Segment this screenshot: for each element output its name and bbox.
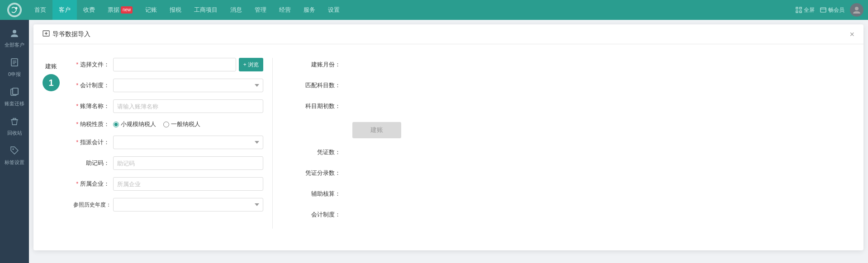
voucher-count-value	[344, 146, 454, 159]
voucher-entries-label: 凭证分录数：	[300, 169, 341, 177]
user-avatar[interactable]	[850, 3, 863, 17]
browse-button[interactable]: + 浏览	[239, 58, 263, 71]
nav-home[interactable]: 首页	[28, 0, 52, 20]
form-body: 建账 1 选择文件： + 浏览 会计制度：	[33, 44, 863, 238]
build-btn-row: 建账	[300, 122, 454, 138]
accounting-system-row: 会计制度：	[73, 79, 263, 92]
company-row: 所属企业：	[73, 177, 263, 191]
general-taxpayer-radio[interactable]	[163, 122, 169, 127]
voucher-entries-row: 凭证分录数：	[300, 166, 454, 180]
svg-point-8	[855, 7, 859, 10]
tax-type-radio-group: 小规模纳税人 一般纳税人	[113, 120, 263, 128]
voucher-entries-value	[344, 166, 454, 180]
sidebar-item-account-migrate[interactable]: 账套迁移	[0, 82, 29, 112]
nav-management[interactable]: 管理	[248, 0, 273, 20]
nav-menu: 首页 客户 收费 票据 new 记账 报税 工商项目 消息 管理 经营 服务 设…	[28, 0, 796, 20]
nav-customer[interactable]: 客户	[52, 0, 77, 20]
aux-accounting-value	[344, 187, 454, 201]
form-left: 选择文件： + 浏览 会计制度：	[73, 58, 263, 229]
recycle-icon	[9, 116, 19, 128]
accounting-system-label: 会计制度：	[73, 81, 109, 89]
content-area: 导爷数据导入 × 建账 1 选择文件： + 浏览	[29, 20, 868, 263]
logo-icon	[7, 3, 22, 17]
step-circle: 1	[43, 74, 60, 91]
match-count-row: 匹配科目数：	[300, 79, 454, 92]
history-year-select[interactable]	[113, 198, 263, 211]
svg-point-0	[9, 4, 20, 16]
form-divider	[272, 58, 273, 229]
svg-rect-15	[13, 88, 18, 94]
nav-message[interactable]: 消息	[224, 0, 248, 20]
dialog-title-text: 导爷数据导入	[52, 30, 90, 38]
app-logo[interactable]	[5, 0, 24, 20]
sidebar-label-declare: 0申报	[8, 71, 21, 78]
accounting-system-select[interactable]	[113, 79, 263, 92]
file-label: 选择文件：	[73, 61, 109, 69]
sidebar-item-tag-settings[interactable]: 标签设置	[0, 141, 29, 170]
migrate-icon	[9, 87, 19, 99]
history-year-row: 参照历史年度：	[73, 198, 263, 211]
tag-icon	[9, 146, 19, 158]
nav-billing[interactable]: 收费	[77, 0, 101, 20]
fullscreen-button[interactable]: 全屏	[796, 6, 815, 14]
file-input[interactable]	[113, 58, 236, 71]
sidebar-label-account-migrate: 账套迁移	[5, 100, 24, 107]
ledger-name-input[interactable]	[113, 99, 263, 113]
accounting-sys-right-row: 会计制度：	[300, 208, 454, 221]
step-label: 建账	[45, 62, 57, 70]
accountant-select[interactable]	[113, 136, 263, 149]
build-month-row: 建账月份：	[300, 58, 454, 71]
fullscreen-icon	[796, 7, 802, 13]
build-month-label: 建账月份：	[300, 61, 341, 69]
accounting-sys-right-label: 会计制度：	[300, 211, 341, 219]
dialog-title: 导爷数据导入	[43, 30, 90, 38]
sidebar: 全部客户 0申报 账套迁移	[0, 20, 29, 263]
file-row: 选择文件： + 浏览	[73, 58, 263, 71]
member-button[interactable]: 畅会员	[820, 6, 844, 14]
initial-amount-row: 科目期初数：	[300, 99, 454, 113]
nav-settings[interactable]: 设置	[322, 0, 346, 20]
import-icon	[43, 30, 50, 38]
import-dialog: 导爷数据导入 × 建账 1 选择文件： + 浏览	[33, 24, 863, 250]
initial-amount-label: 科目期初数：	[300, 102, 341, 110]
accountant-label: 指派会计：	[73, 138, 109, 146]
small-taxpayer-radio[interactable]	[113, 122, 119, 127]
nav-right-area: 全屏 畅会员	[796, 3, 863, 17]
initial-amount-value	[344, 99, 454, 113]
nav-account[interactable]: 记账	[139, 0, 163, 20]
close-button[interactable]: ×	[849, 30, 854, 38]
ledger-name-label: 账簿名称：	[73, 102, 109, 110]
nav-business[interactable]: 工商项目	[188, 0, 224, 20]
build-account-button[interactable]: 建账	[352, 122, 401, 138]
aux-accounting-label: 辅助核算：	[300, 190, 341, 198]
small-taxpayer-radio-label[interactable]: 小规模纳税人	[113, 120, 156, 128]
svg-rect-2	[796, 7, 798, 9]
general-taxpayer-radio-label[interactable]: 一般纳税人	[163, 120, 200, 128]
voucher-count-label: 凭证数：	[300, 148, 341, 156]
dialog-header: 导爷数据导入 ×	[33, 24, 863, 44]
nav-operation[interactable]: 经营	[273, 0, 297, 20]
svg-rect-4	[796, 11, 798, 13]
sidebar-label-tag-settings: 标签设置	[5, 159, 24, 166]
file-input-group: + 浏览	[113, 58, 263, 71]
company-label: 所属企业：	[73, 180, 109, 188]
history-year-label: 参照历史年度：	[73, 201, 109, 209]
svg-rect-3	[800, 7, 802, 9]
nav-tax[interactable]: 报税	[163, 0, 188, 20]
memo-input[interactable]	[113, 156, 263, 170]
memo-row: 助记码：	[73, 156, 263, 170]
sidebar-item-all-customers[interactable]: 全部客户	[0, 23, 29, 53]
svg-point-18	[13, 149, 14, 150]
sidebar-item-recycle[interactable]: 回收站	[0, 112, 29, 141]
nav-invoice[interactable]: 票据 new	[101, 0, 139, 20]
sidebar-item-declare[interactable]: 0申报	[0, 53, 29, 82]
svg-rect-5	[800, 11, 802, 13]
step-section: 建账 1	[43, 58, 60, 229]
general-taxpayer-label: 一般纳税人	[171, 120, 200, 128]
memo-label: 助记码：	[73, 159, 109, 167]
user-icon	[9, 28, 19, 40]
nav-service[interactable]: 服务	[297, 0, 322, 20]
company-input[interactable]	[113, 177, 263, 191]
build-month-value	[344, 58, 454, 71]
small-taxpayer-label: 小规模纳税人	[121, 120, 156, 128]
